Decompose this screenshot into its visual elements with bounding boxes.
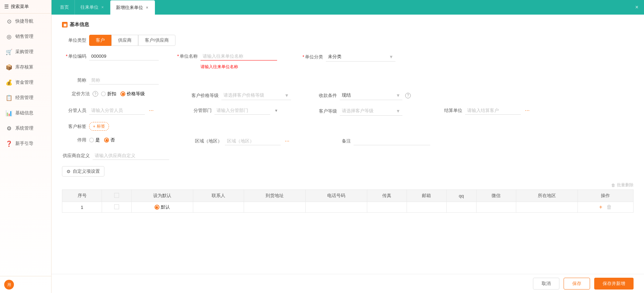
th-qq: qq	[446, 190, 476, 202]
tab-partners-label: 往来单位	[80, 4, 99, 10]
sidebar-item-operations[interactable]: 📋 经营管理	[0, 90, 51, 105]
radio-price-level[interactable]: 价格等级	[120, 91, 145, 97]
search-menu[interactable]: ☰ 搜索菜单	[0, 0, 51, 14]
radio-yes[interactable]: 是	[89, 137, 100, 143]
th-seq: 序号	[62, 190, 102, 202]
customer-level-select[interactable]: 请选择客户等级 ▼	[340, 106, 402, 116]
tab-new-partner[interactable]: 新增往来单位 ×	[110, 0, 155, 15]
settlement-label: 结算单位	[438, 107, 462, 114]
default-radio-dot	[156, 206, 158, 209]
disable-label: 停用	[62, 137, 86, 143]
region-label: 区域（地区）	[194, 138, 222, 144]
sidebar-item-quick-nav[interactable]: ⊙ 快捷导航	[0, 14, 51, 29]
unit-name-field	[201, 52, 277, 60]
cell-phone	[305, 202, 367, 213]
payment-group: 收款条件 现结 ▼ ?	[313, 91, 438, 100]
table-header-row: 序号 设为默认 联系人 到货地址 电话号码 传真 邮箱 qq 微信 所在地区 操…	[62, 190, 634, 202]
radio-no-label: 否	[110, 137, 115, 143]
settlement-more-btn[interactable]: ···	[524, 107, 531, 114]
dept-input[interactable]	[214, 106, 270, 115]
sidebar-item-purchase[interactable]: 🛒 采购管理	[0, 44, 51, 59]
th-action: 操作	[578, 190, 633, 202]
table-body: 1 默认	[62, 202, 634, 213]
save-new-button[interactable]: 保存并新增	[594, 278, 634, 290]
batch-delete-label[interactable]: 批量删除	[617, 182, 634, 188]
sidebar-item-guide[interactable]: ❓ 新手引导	[0, 136, 51, 151]
radio-price-level-label: 价格等级	[127, 91, 145, 97]
pricing-help-icon[interactable]: ?	[93, 91, 98, 97]
row-add-btn[interactable]: +	[598, 204, 604, 210]
cancel-button[interactable]: 取消	[533, 278, 559, 290]
batch-delete-icon: 🗑	[611, 183, 615, 188]
row-checkbox[interactable]	[114, 204, 119, 209]
region-more-btn[interactable]: ···	[283, 138, 291, 144]
abbr-input[interactable]	[89, 76, 159, 84]
th-phone: 电话号码	[305, 190, 367, 202]
save-button[interactable]: 保存	[564, 278, 590, 290]
radio-price-level-dot	[122, 93, 124, 95]
disable-group: 停用 是 否	[62, 137, 194, 143]
unit-category-value: 未分类	[328, 54, 341, 60]
unit-category-label: *单位分类	[299, 54, 323, 60]
sidebar-item-system[interactable]: ⚙ 系统管理	[0, 121, 51, 136]
supplier-custom-input[interactable]	[93, 152, 169, 160]
custom-settings-gear-icon: ⚙	[66, 169, 71, 174]
tab-new-partner-close[interactable]: ×	[145, 5, 149, 11]
btn-both[interactable]: 客户/供应商	[138, 35, 175, 46]
dept-group: 分管部门 ▼	[187, 106, 313, 115]
section-header: ▣ 基本信息	[62, 22, 634, 28]
sidebar-item-inventory[interactable]: 📦 库存核算	[0, 59, 51, 75]
tab-partners-close[interactable]: ×	[101, 4, 104, 10]
btn-customer[interactable]: 客户	[89, 35, 111, 46]
payment-help-icon[interactable]: ?	[405, 93, 411, 98]
cell-fax	[367, 202, 407, 213]
sidebar-item-finance[interactable]: 💰 资金管理	[0, 75, 51, 90]
row-delete-btn[interactable]: 🗑	[605, 204, 613, 210]
unit-category-select[interactable]: 未分类 ▼	[326, 52, 395, 62]
sales-icon: ◎	[6, 33, 13, 40]
add-tag-button[interactable]: + 标签	[89, 122, 109, 131]
customer-price-placeholder: 请选择客户价格等级	[223, 92, 264, 98]
cell-seq: 1	[62, 202, 102, 213]
unit-name-input[interactable]	[201, 52, 277, 60]
tab-home[interactable]: 首页	[54, 0, 75, 15]
payment-label: 收款条件	[313, 92, 337, 99]
sidebar-item-label: 经营管理	[15, 95, 33, 101]
pricing-radio-group: 折扣 价格等级	[101, 91, 145, 97]
th-checkbox	[102, 190, 132, 202]
custom-settings-button[interactable]: ⚙ 自定义项设置	[62, 166, 104, 177]
sidebar-item-label: 基础信息	[15, 110, 33, 116]
search-icon: ☰	[4, 3, 9, 10]
unit-info-row: *单位编码 *单位名称 请输入往来单位名称	[62, 52, 634, 70]
abbr-row: 简称	[62, 76, 634, 84]
btn-supplier[interactable]: 供应商	[111, 35, 138, 46]
form-footer: 取消 保存 保存并新增	[52, 274, 644, 293]
remark-input[interactable]	[354, 137, 430, 145]
customer-price-chevron: ▼	[284, 93, 289, 98]
tab-partners[interactable]: 往来单位 ×	[75, 0, 110, 15]
radio-discount[interactable]: 折扣	[101, 91, 116, 97]
add-tag-icon: +	[93, 124, 95, 129]
supplier-custom-label: 供应商自定义	[62, 153, 90, 159]
sidebar-item-basic[interactable]: 📊 基础信息	[0, 105, 51, 121]
remark-group: 备注	[327, 137, 459, 145]
radio-no[interactable]: 否	[104, 137, 115, 143]
settlement-input[interactable]	[465, 106, 521, 115]
region-input[interactable]	[225, 137, 281, 145]
manager-more-btn[interactable]: ···	[148, 107, 155, 114]
default-radio[interactable]: 默认	[135, 204, 189, 210]
cell-email	[407, 202, 446, 213]
disable-radio-group: 是 否	[89, 137, 115, 143]
th-contact: 联系人	[193, 190, 244, 202]
unit-code-input[interactable]	[89, 52, 159, 60]
tab-new-partner-label: 新增往来单位	[116, 5, 143, 11]
close-all-tabs[interactable]: ×	[633, 4, 641, 10]
header-checkbox[interactable]	[114, 193, 119, 198]
manager-input[interactable]	[89, 106, 145, 115]
payment-select[interactable]: 现结 ▼	[340, 91, 402, 100]
th-wechat: 微信	[476, 190, 516, 202]
tag-row: 客户标签 + 标签	[62, 122, 634, 131]
customer-price-label: 客户价格等级	[187, 92, 219, 99]
customer-price-select[interactable]: 请选择客户价格等级 ▼	[221, 91, 291, 100]
sidebar-item-sales[interactable]: ◎ 销售管理	[0, 29, 51, 44]
